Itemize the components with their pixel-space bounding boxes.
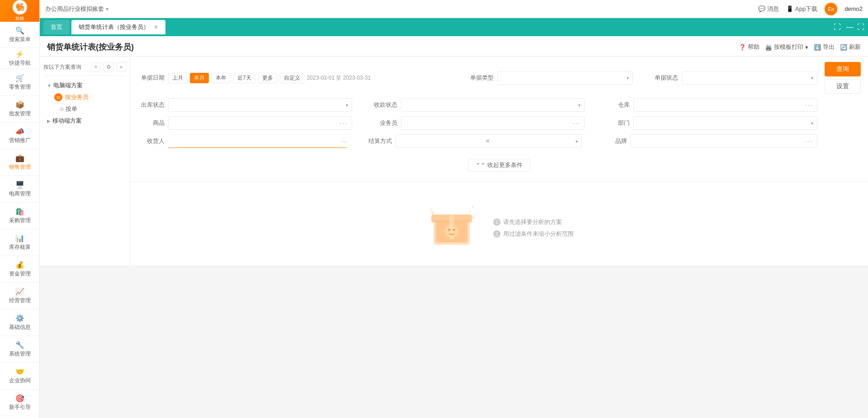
right-area: 单据日期 上月 本月 本年 近7天 更多 自定义 2023-03-01 至 20…: [130, 57, 868, 265]
query-button[interactable]: 查询: [825, 62, 861, 76]
svg-point-4: [445, 224, 458, 238]
report-tab-label: 销货单统计表（按业务员）: [79, 23, 149, 31]
purchase-icon: 🛍️: [15, 207, 24, 216]
date-btn-thismonth[interactable]: 本月: [190, 73, 209, 83]
tree-by-order[interactable]: ⊙ 按单: [43, 103, 126, 115]
page-title: 销货单统计表(按业务员): [47, 42, 134, 52]
message-button[interactable]: 💬 消息: [758, 5, 779, 13]
print-label: 按模板打印: [774, 43, 803, 51]
order-status-label: 单据状态: [651, 74, 678, 82]
app-download-label: App下载: [795, 5, 817, 13]
order-scheme-icon: ⊙: [60, 106, 64, 112]
window-controls: — ⛶: [846, 23, 864, 31]
sidebar-item-ecommerce[interactable]: 🖥️ 电商管理: [0, 176, 39, 203]
svg-point-9: [472, 217, 475, 219]
marketing-icon: 📣: [15, 127, 24, 136]
date-btn-lastmonth[interactable]: 上月: [168, 73, 187, 83]
order-status-select[interactable]: ▾: [682, 71, 817, 85]
refresh-button[interactable]: 🔄 刷新: [840, 43, 861, 51]
dept-label: 部门: [603, 119, 630, 127]
tree-mobile-arrow-icon: ▶: [47, 119, 51, 124]
order-type-select[interactable]: ▾: [497, 71, 633, 85]
salesperson-label: 业务员: [370, 119, 397, 127]
sidebar-item-marketing[interactable]: 📣 营销推广: [0, 123, 39, 149]
collapse-panel-button[interactable]: «: [116, 62, 126, 72]
settle-clear-icon[interactable]: ✕: [486, 138, 490, 144]
pay-status-select[interactable]: ▾: [401, 98, 585, 112]
brand-label: 品牌: [600, 137, 627, 145]
sidebar-item-finance[interactable]: 💰 资金管理: [0, 256, 39, 283]
sidebar-item-basic[interactable]: ⚙️ 基础信息: [0, 309, 39, 336]
username-label[interactable]: demo2: [844, 5, 863, 12]
sidebar-item-system[interactable]: 🔧 系统管理: [0, 336, 39, 363]
sidebar-item-search[interactable]: 🔍 搜索菜单: [0, 22, 39, 48]
sidebar-item-newguide[interactable]: 🎯 新手引导: [0, 390, 39, 416]
empty-illustration: [425, 202, 479, 247]
help-icon: ❓: [739, 44, 746, 51]
collapse-button[interactable]: ⌃⌃ 收起更多条件: [468, 159, 530, 171]
ecommerce-icon: 🖥️: [15, 180, 24, 189]
empty-state-svg: [425, 202, 479, 247]
step-2-number: 2: [493, 230, 500, 238]
sidebar-item-inventory[interactable]: 📊 库存核算: [0, 229, 39, 256]
settle-select[interactable]: ✕ ▾: [396, 134, 582, 148]
tab-report[interactable]: 销货单统计表（按业务员） ✕: [71, 20, 165, 34]
app-download-button[interactable]: 📱 App下载: [786, 5, 817, 13]
sidebar-item-sales[interactable]: 💼 销售管理: [0, 149, 39, 176]
message-icon: 💬: [758, 5, 765, 12]
main-body: 按以下方案查询 + ⚙ « ▼ 电脑端方案 ⊙ 按业务员 ⊙: [40, 57, 868, 265]
tree-arrow-icon: ▼: [47, 83, 52, 88]
collapse-icon: ⌃⌃: [476, 162, 486, 169]
sales-icon: 💼: [15, 154, 24, 162]
sidebar-item-operation[interactable]: 📈 经营管理: [0, 283, 39, 309]
receiver-input[interactable]: [168, 134, 341, 148]
date-btn-more[interactable]: 更多: [258, 73, 277, 83]
help-button[interactable]: ❓ 帮助: [739, 43, 760, 51]
tab-expand-icon[interactable]: ⛶: [834, 23, 841, 31]
sidebar-item-purchase[interactable]: 🛍️ 采购管理: [0, 203, 39, 229]
logo[interactable]: 畅 标账: [0, 0, 40, 22]
action-buttons: 查询 设置: [825, 62, 861, 94]
page-header: 销货单统计表(按业务员) ❓ 帮助 🖨️ 按模板打印 ▾ ⬇️ 导出 🔄 刷: [40, 36, 868, 57]
tree-mobile-scheme[interactable]: ▶ 移动端方案: [43, 115, 126, 127]
svg-point-8: [469, 210, 471, 212]
main-area: 办公用品行业模拟账套 ▾ 💬 消息 📱 App下载 Ea demo2 首页 销货…: [40, 0, 868, 418]
sidebar-item-cooperation[interactable]: 🤝 企业协同: [0, 363, 39, 390]
salesperson-select[interactable]: ···: [401, 116, 585, 130]
tree-pc-scheme[interactable]: ▼ 电脑端方案: [43, 80, 126, 91]
settings-scheme-button[interactable]: ⚙: [104, 62, 113, 72]
maximize-icon[interactable]: ⛶: [857, 23, 864, 31]
minimize-icon[interactable]: —: [846, 23, 854, 31]
goods-select[interactable]: ···: [168, 116, 352, 130]
collapse-section: ⌃⌃ 收起更多条件: [137, 152, 861, 180]
wholesale-icon: 📦: [15, 100, 24, 109]
filter-section: 单据日期 上月 本月 本年 近7天 更多 自定义 2023-03-01 至 20…: [130, 57, 868, 180]
date-btn-custom[interactable]: 自定义: [280, 73, 304, 83]
topbar-dropdown-icon[interactable]: ▾: [106, 6, 108, 12]
warehouse-more-icon: ···: [805, 101, 813, 109]
empty-state: 1 请先选择要分析的方案 2 用过滤条件来缩小分析范围: [130, 184, 868, 265]
empty-text: 1 请先选择要分析的方案 2 用过滤条件来缩小分析范围: [493, 218, 574, 238]
left-panel-header: 按以下方案查询 + ⚙ «: [43, 60, 126, 76]
sidebar-item-appcenter[interactable]: 🔲 应用中心: [0, 416, 39, 418]
warehouse-select[interactable]: ···: [633, 98, 817, 112]
sidebar-quicknav-label: 快捷导航: [9, 59, 31, 67]
svg-point-6: [453, 229, 455, 231]
ship-status-select[interactable]: ▾: [168, 98, 352, 112]
date-btn-thisyear[interactable]: 本年: [212, 73, 231, 83]
add-scheme-button[interactable]: +: [91, 62, 101, 72]
date-btn-7days[interactable]: 近7天: [233, 73, 255, 83]
inventory-icon: 📊: [15, 234, 24, 242]
sidebar-item-quicknav[interactable]: ⚡ 快捷导航: [0, 48, 39, 69]
sidebar-item-retail[interactable]: 🛒 零售管理: [0, 69, 39, 96]
print-button[interactable]: 🖨️ 按模板打印 ▾: [765, 43, 808, 51]
tree-by-salesperson[interactable]: ⊙ 按业务员: [43, 91, 126, 103]
tab-close-icon[interactable]: ✕: [154, 24, 158, 30]
settings-button[interactable]: 设置: [825, 79, 861, 94]
sidebar-item-wholesale[interactable]: 📦 批发管理: [0, 96, 39, 123]
brand-select[interactable]: ···: [631, 134, 817, 148]
tab-home[interactable]: 首页: [43, 20, 70, 34]
export-button[interactable]: ⬇️ 导出: [814, 43, 835, 51]
dept-select[interactable]: ▾: [633, 116, 817, 130]
print-dropdown-icon[interactable]: ▾: [805, 44, 808, 51]
